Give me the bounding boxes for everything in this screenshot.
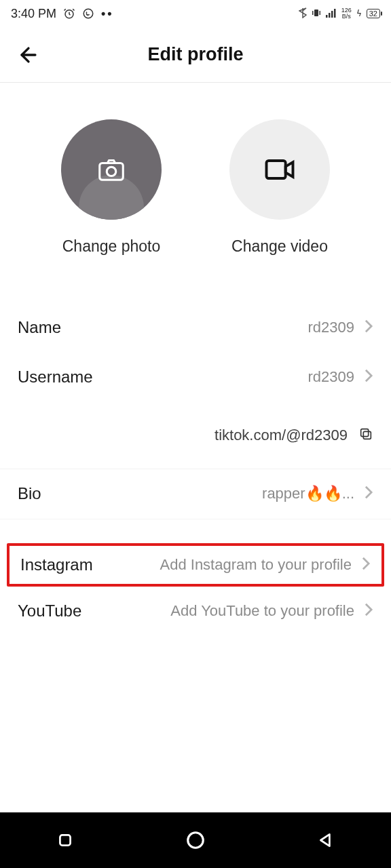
svg-rect-4 <box>319 11 320 15</box>
youtube-row[interactable]: YouTube Add YouTube to your profile <box>0 587 391 636</box>
back-button[interactable] <box>15 41 42 68</box>
chevron-right-icon <box>364 319 373 336</box>
more-notifications-icon: •• <box>101 7 114 21</box>
svg-rect-2 <box>314 9 318 16</box>
instagram-value: Add Instagram to your profile <box>160 556 352 574</box>
name-value: rd2309 <box>308 319 354 336</box>
bio-value: rapper🔥🔥... <box>262 485 354 502</box>
home-button[interactable] <box>182 827 209 854</box>
chevron-right-icon <box>364 602 373 620</box>
whatsapp-icon <box>82 7 94 20</box>
page-title: Edit profile <box>0 44 391 65</box>
svg-rect-13 <box>361 429 369 437</box>
profile-url: tiktok.com/@rd2309 <box>215 427 348 444</box>
chevron-right-icon <box>361 556 371 574</box>
bio-row[interactable]: Bio rapper🔥🔥... <box>0 469 391 519</box>
vibrate-icon <box>312 8 321 20</box>
profile-url-row: tiktok.com/@rd2309 <box>0 402 391 469</box>
bluetooth-icon <box>299 7 307 20</box>
youtube-value: Add YouTube to your profile <box>170 602 354 620</box>
instagram-row[interactable]: Instagram Add Instagram to your profile <box>7 543 384 587</box>
change-photo-button[interactable]: Change photo <box>61 119 162 256</box>
media-section: Change photo Change video <box>0 83 391 283</box>
signal-icon <box>326 8 337 20</box>
svg-rect-3 <box>312 11 314 15</box>
svg-point-1 <box>83 9 93 18</box>
svg-rect-14 <box>60 835 70 845</box>
copy-icon[interactable] <box>358 427 373 444</box>
change-video-button[interactable]: Change video <box>229 119 330 256</box>
profile-video-placeholder <box>229 119 330 220</box>
svg-rect-6 <box>329 13 331 18</box>
svg-rect-7 <box>331 11 333 18</box>
svg-point-15 <box>188 833 204 848</box>
status-time: 3:40 PM <box>11 7 56 21</box>
svg-point-10 <box>107 167 115 176</box>
profile-photo-avatar <box>61 119 162 220</box>
chevron-right-icon <box>364 485 373 502</box>
instagram-label: Instagram <box>20 555 93 574</box>
net-rate: 126 B/s <box>341 7 352 20</box>
charging-icon: ϟ <box>356 9 362 18</box>
name-label: Name <box>18 318 61 337</box>
username-value: rd2309 <box>308 368 354 386</box>
change-photo-label: Change photo <box>62 237 161 256</box>
battery-indicator: 32 <box>367 9 380 18</box>
youtube-label: YouTube <box>18 601 81 620</box>
svg-rect-8 <box>334 9 336 18</box>
bio-label: Bio <box>18 484 41 503</box>
alarm-icon <box>63 7 75 20</box>
nav-back-button[interactable] <box>312 827 339 854</box>
username-label: Username <box>18 368 93 387</box>
svg-rect-11 <box>267 161 286 178</box>
status-bar: 3:40 PM •• 126 B/s ϟ 32 <box>0 0 391 27</box>
name-row[interactable]: Name rd2309 <box>0 303 391 353</box>
android-nav-bar <box>0 812 391 868</box>
svg-rect-9 <box>100 163 124 180</box>
change-video-label: Change video <box>231 237 328 256</box>
app-header: Edit profile <box>0 27 391 83</box>
svg-rect-5 <box>326 15 328 18</box>
recents-button[interactable] <box>52 827 79 854</box>
chevron-right-icon <box>364 368 373 386</box>
svg-rect-12 <box>363 431 371 439</box>
username-row[interactable]: Username rd2309 <box>0 353 391 402</box>
